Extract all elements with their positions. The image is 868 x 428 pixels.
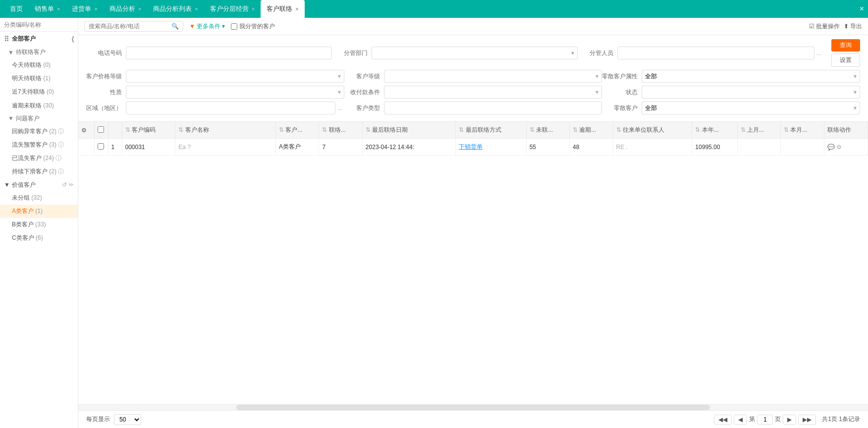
filter-select-2-2[interactable]: ▾	[642, 86, 860, 99]
close-tab-icon-customer-layer[interactable]: ×	[252, 6, 255, 12]
col-code: ⇅ 客户编码	[122, 122, 175, 139]
info-icon-2: ⓘ	[55, 155, 61, 161]
batch-op-btn[interactable]: ☑ 批量操作	[809, 22, 840, 31]
row-company-contact: RE .	[613, 139, 692, 156]
problem-group-title[interactable]: ▼问题客户	[0, 112, 78, 125]
data-table: ⚙ ⇅ 客户编码 ⇅ 客户名称 ⇅ 客户... ⇅ 联络... ⇅ 最后联络日期…	[78, 122, 868, 156]
value-item-1[interactable]: A类客户 (1)	[0, 205, 78, 218]
caret-icon-2-2: ▾	[854, 89, 857, 96]
caret-icon-1-0: ▾	[338, 73, 341, 80]
filter-select-1-1[interactable]: ▾	[384, 70, 602, 83]
close-tab-icon-purchase[interactable]: ×	[94, 6, 97, 12]
query-btn[interactable]: 查询	[831, 39, 860, 52]
setting-btn[interactable]: 设置	[831, 54, 860, 67]
filter-select-3-2[interactable]: 全部▾	[642, 102, 860, 114]
pending-item-1[interactable]: 明天待联络 (1)	[0, 72, 78, 85]
filter-select-1-0[interactable]: ▾	[126, 70, 344, 83]
filter-more-caret: ▾	[222, 23, 225, 30]
export-label: 导出	[850, 22, 862, 31]
close-tab-icon-customer-contact[interactable]: ×	[295, 6, 298, 12]
close-tab-icon-goods-analysis-list[interactable]: ×	[195, 6, 198, 12]
filter-dots-btn-3-0[interactable]: ...	[335, 105, 344, 111]
info-icon-1: ⓘ	[58, 141, 64, 148]
pending-count-2: (0)	[47, 88, 54, 95]
row-last-method[interactable]: 下销货单	[456, 139, 526, 156]
problem-item-0[interactable]: 回购异常客户 (2) ⓘ	[0, 125, 78, 138]
row-index: 1	[108, 139, 122, 156]
filter-bar: 🔍 ▼ 更多条件 ▾ 我分管的客户 ☑ 批量操作 ⬆ 导出	[78, 18, 868, 35]
adv-filter-panel: 电话号码分管部门▾分管人员...查询设置客户价格等级▾客户等级▾零散客户属性全部…	[78, 35, 868, 122]
col-last-date: ⇅ 最后联络日期	[362, 122, 455, 139]
page-size-select[interactable]: 50 100 200	[114, 414, 141, 425]
my-customers-checkbox[interactable]	[231, 23, 237, 30]
problem-item-2[interactable]: 已流失客户 (24) ⓘ	[0, 152, 78, 165]
filter-search-input[interactable]	[89, 23, 171, 30]
nav-tab-customer-contact[interactable]: 客户联络×	[261, 0, 304, 18]
edit-icon[interactable]: ✏	[69, 181, 74, 188]
filter-select-1-2[interactable]: 全部▾	[642, 70, 860, 83]
pending-count-1: (1)	[43, 75, 51, 82]
nav-tab-goods-analysis[interactable]: 商品分析×	[104, 0, 147, 18]
prev-page-btn[interactable]: ◀	[734, 415, 747, 425]
pending-group-title[interactable]: ▼待联络客户	[0, 46, 78, 58]
value-item-0[interactable]: 未分组 (32)	[0, 191, 78, 205]
nav-tab-sales[interactable]: 销售单×	[29, 0, 66, 18]
filter-input-0-0[interactable]	[126, 47, 332, 59]
pending-item-0[interactable]: 今天待联络 (0)	[0, 58, 78, 72]
col-company-contact: ⇅ 往来单位联系人	[613, 122, 692, 139]
col-checkbox[interactable]	[94, 122, 108, 139]
filter-select-2-0[interactable]: ▾	[126, 86, 344, 99]
problem-item-1[interactable]: 流失预警客户 (3) ⓘ	[0, 138, 78, 152]
nav-tab-purchase[interactable]: 进货单×	[66, 0, 103, 18]
filter-select-0-1[interactable]: ▾	[372, 47, 578, 59]
filter-input-3-1[interactable]	[384, 102, 602, 114]
first-page-btn[interactable]: ◀◀	[714, 415, 732, 425]
last-method-link[interactable]: 下销货单	[459, 143, 483, 150]
all-customers-title[interactable]: ⠿ 全部客户 ⟨	[0, 32, 78, 46]
filter-cell-0-2: 分管人员...	[578, 47, 823, 59]
last-page-btn[interactable]: ▶▶	[798, 415, 816, 425]
collapse-icon[interactable]: ⟨	[71, 35, 74, 43]
pending-item-2[interactable]: 近7天待联络 (0)	[0, 85, 78, 99]
next-page-btn[interactable]: ▶	[783, 415, 796, 425]
my-customers-filter: 我分管的客户	[231, 22, 275, 31]
table-container[interactable]: ⚙ ⇅ 客户编码 ⇅ 客户名称 ⇅ 客户... ⇅ 联络... ⇅ 最后联络日期…	[78, 122, 868, 404]
filter-dots-btn-0-2[interactable]: ...	[814, 50, 823, 56]
value-item-2[interactable]: B类客户 (33)	[0, 218, 78, 231]
value-item-3[interactable]: C类客户 (6)	[0, 231, 78, 245]
refresh-icon[interactable]: ↺	[62, 181, 67, 188]
row-checkbox[interactable]	[94, 139, 108, 156]
close-tab-icon-goods-analysis[interactable]: ×	[138, 6, 141, 12]
filter-search-box: 🔍	[84, 21, 183, 32]
scroll-track[interactable]	[236, 405, 710, 410]
filter-input-dots-0-2[interactable]	[617, 47, 814, 59]
export-btn[interactable]: ⬆ 导出	[844, 22, 862, 31]
row-action[interactable]: 💬 ⚙	[824, 139, 868, 156]
nav-tab-home[interactable]: 首页	[4, 0, 29, 18]
caret-icon-1-1: ▾	[596, 73, 598, 80]
row-contact: 7	[319, 139, 362, 156]
select-all-checkbox[interactable]	[98, 126, 104, 133]
page-input[interactable]	[757, 415, 773, 425]
value-group-title[interactable]: ▼价值客户↺✏	[0, 179, 78, 191]
filter-input-dots-3-0[interactable]	[126, 102, 335, 114]
sidebar-search-container: 🔍	[0, 18, 78, 32]
sort-icon-method: ⇅	[459, 126, 464, 133]
close-tab-icon-sales[interactable]: ×	[57, 6, 60, 12]
top-nav: 首页销售单×进货单×商品分析×商品分析列表×客户分层经营×客户联络××	[0, 0, 868, 18]
problem-item-3[interactable]: 持续下滑客户 (2) ⓘ	[0, 165, 78, 178]
filter-search-icon[interactable]: 🔍	[171, 23, 179, 30]
filter-select-2-1[interactable]: ▾	[384, 86, 602, 99]
col-settings[interactable]: ⚙	[78, 122, 94, 139]
row-checkbox-input[interactable]	[98, 143, 104, 150]
close-all-btn[interactable]: ×	[860, 4, 864, 13]
pending-item-3[interactable]: 逾期未联络 (30)	[0, 99, 78, 112]
sidebar-search-input[interactable]	[4, 21, 78, 28]
filter-more-btn[interactable]: ▼ 更多条件 ▾	[189, 22, 225, 31]
settings-gear-icon[interactable]: ⚙	[81, 127, 87, 134]
info-icon-3: ⓘ	[58, 168, 64, 175]
horizontal-scrollbar[interactable]	[78, 404, 868, 410]
nav-tab-customer-layer[interactable]: 客户分层经营×	[204, 0, 261, 18]
nav-tab-goods-analysis-list[interactable]: 商品分析列表×	[147, 0, 204, 18]
contact-action-icons[interactable]: 💬 ⚙	[827, 144, 842, 151]
